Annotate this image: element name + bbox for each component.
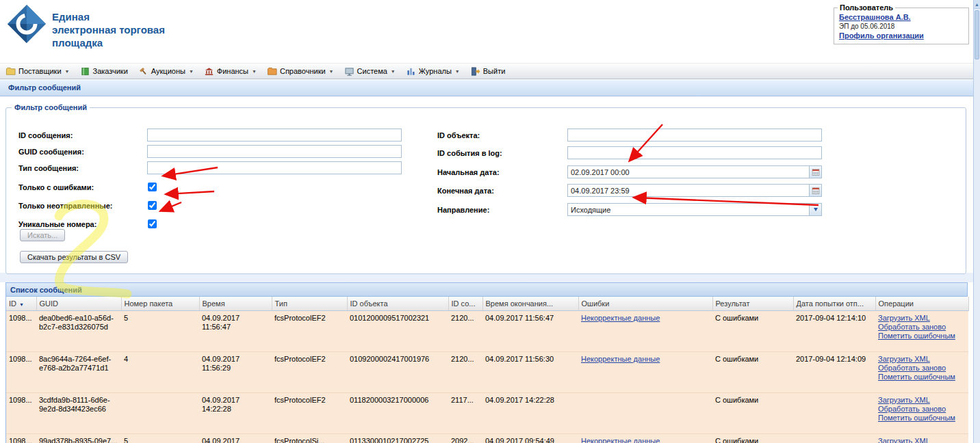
col-header-guid[interactable]: GUID	[36, 297, 121, 310]
menu-item-finance[interactable]: Финансы▼	[204, 66, 257, 77]
object-id-input[interactable]	[567, 129, 822, 142]
finance-bank-icon	[204, 66, 214, 77]
journals-bars-icon	[406, 66, 416, 77]
unique-numbers-checkbox[interactable]	[148, 219, 157, 228]
col-header-object-id[interactable]: ID объекта	[347, 297, 448, 310]
reprocess-link[interactable]: Обработать заново	[878, 364, 966, 373]
suppliers-folder-icon	[5, 66, 16, 77]
col-header-time[interactable]: Время	[199, 297, 272, 310]
field-row: Начальная дата:	[437, 165, 822, 179]
table-row[interactable]: 1098... 8ac9644a-7264-e6ef-e768-a2b2a774…	[6, 351, 968, 392]
reprocess-link[interactable]: Обработать заново	[878, 405, 966, 414]
cell-operations: Загрузить XML Обработать заново Пометить…	[875, 310, 968, 351]
cell-package	[121, 392, 199, 433]
menu-item-directories[interactable]: Справочники▼	[267, 66, 334, 77]
chevron-down-icon: ▼	[391, 69, 396, 74]
col-header-id[interactable]: ID▼	[6, 297, 36, 310]
sort-desc-icon: ▼	[19, 302, 24, 307]
user-panel: Пользователь Бесстрашнова А.В. ЭП до 05.…	[834, 3, 969, 44]
mark-erroneous-link[interactable]: Пометить ошибочным	[878, 332, 966, 340]
cell-object-id: 0109200002417001976	[347, 351, 448, 392]
message-type-input[interactable]	[147, 161, 402, 174]
mark-erroneous-link[interactable]: Пометить ошибочным	[878, 373, 966, 381]
menu-item-customers[interactable]: Заказчики	[80, 66, 128, 77]
user-name-link[interactable]: Бесстрашнова А.В.	[839, 13, 911, 21]
cell-guid: 99ad378b-8935-09e7...	[36, 433, 121, 443]
scroll-up-arrow-icon[interactable]: ▲	[974, 0, 980, 9]
download-csv-button[interactable]: Скачать результаты в CSV	[20, 251, 128, 263]
direction-combo-trigger[interactable]	[810, 203, 822, 216]
vertical-scrollbar[interactable]: ▲	[973, 0, 980, 443]
cell-result: С ошибками	[712, 433, 793, 443]
combo-arrow-icon	[814, 208, 818, 211]
col-header-type[interactable]: Тип	[272, 297, 347, 310]
log-event-id-label: ID события в log:	[437, 149, 567, 157]
cell-id: 1098...	[6, 351, 36, 392]
direction-label: Направление:	[437, 206, 567, 214]
chevron-down-icon: ▼	[329, 69, 334, 74]
calendar-icon	[812, 168, 820, 176]
field-row: Направление:	[437, 202, 822, 217]
panel-gap	[0, 273, 973, 282]
error-details-link[interactable]: Некорректные данные	[581, 437, 660, 443]
table-row[interactable]: 1098... 99ad378b-8935-09e7... 5 04.09.20…	[6, 433, 968, 443]
menu-item-suppliers[interactable]: Поставщики▼	[5, 66, 70, 77]
search-button[interactable]: Искать...	[20, 229, 65, 241]
errors-only-checkbox[interactable]	[148, 183, 157, 191]
cell-object-id: 0113300010217002725	[347, 433, 448, 443]
table-row[interactable]: 1098... 3cdfda9b-8111-6d6e-9e2d-8d34f423…	[6, 392, 968, 433]
etp-app: Единая электронная торговая площадка Пол…	[0, 0, 980, 443]
messages-table: ID▼ GUID Номер пакета Время Тип ID объек…	[6, 297, 969, 443]
cell-end-time: 04.09.2017 09:54:49	[482, 433, 578, 443]
col-header-end-time[interactable]: Время окончания...	[482, 297, 578, 310]
unsent-only-checkbox[interactable]	[148, 201, 157, 210]
col-header-package[interactable]: Номер пакета	[121, 297, 199, 310]
menu-item-auctions[interactable]: Аукционы▼	[138, 66, 194, 77]
filter-panel: Фильтр сообщений ID сообщения: GUID сооб…	[5, 103, 966, 274]
start-date-input[interactable]	[567, 165, 810, 178]
end-date-input[interactable]	[567, 184, 810, 197]
load-xml-link[interactable]: Загрузить XML	[878, 437, 966, 443]
filter-panel-legend: Фильтр сообщений	[12, 103, 90, 111]
org-profile-link[interactable]: Профиль организации	[839, 31, 924, 40]
auctions-gavel-icon	[138, 66, 149, 77]
chevron-down-icon: ▼	[189, 69, 194, 74]
cell-errors: Некорректные данные	[578, 351, 712, 392]
reprocess-link[interactable]: Обработать заново	[878, 323, 966, 332]
cell-guid: 8ac9644a-7264-e6ef-e768-a2b2a77471d1	[36, 351, 121, 392]
table-row[interactable]: 1098... dea0bed6-ea10-a56d-b2c7-e831d326…	[6, 310, 968, 351]
exit-door-icon	[470, 66, 480, 77]
cell-object-id: 0118200003217000006	[347, 392, 448, 433]
direction-combo-input[interactable]	[567, 203, 810, 216]
scrollbar-thumb[interactable]	[975, 10, 979, 59]
cell-type: fcsProtocolEF2	[272, 392, 347, 433]
start-date-calendar-button[interactable]	[810, 165, 822, 178]
col-header-attempt-date[interactable]: Дата попытки отп...	[793, 297, 875, 310]
log-event-id-input[interactable]	[567, 146, 822, 159]
message-id-input[interactable]	[147, 129, 402, 142]
col-header-event-id[interactable]: ID со...	[448, 297, 482, 310]
error-details-link[interactable]: Некорректные данные	[581, 314, 660, 322]
mark-erroneous-link[interactable]: Пометить ошибочным	[878, 414, 966, 422]
menu-item-logout[interactable]: Выйти	[470, 66, 506, 77]
menu-item-system[interactable]: Система▼	[344, 66, 396, 77]
load-xml-link[interactable]: Загрузить XML	[878, 314, 966, 323]
cell-event-id: 2092...	[448, 433, 482, 443]
cell-guid: 3cdfda9b-8111-6d6e-9e2d-8d34f423ec66	[36, 392, 121, 433]
cert-info: ЭП до 05.06.2018	[839, 22, 964, 31]
col-header-operations[interactable]: Операции	[875, 297, 968, 310]
cell-attempt-date: 2017-09-04 12:14:10	[793, 310, 875, 351]
load-xml-link[interactable]: Загрузить XML	[878, 396, 966, 405]
end-date-calendar-button[interactable]	[810, 184, 822, 197]
cell-event-id: 2120...	[448, 351, 482, 392]
load-xml-link[interactable]: Загрузить XML	[878, 355, 966, 364]
cell-time: 04.09.2017	[199, 433, 272, 443]
error-details-link[interactable]: Некорректные данные	[581, 355, 660, 363]
menu-item-journals[interactable]: Журналы▼	[406, 66, 460, 77]
col-header-result[interactable]: Результат	[712, 297, 793, 310]
cell-object-id: 0101200009517002321	[347, 310, 448, 351]
col-header-errors[interactable]: Ошибки	[578, 297, 712, 310]
message-guid-input[interactable]	[147, 145, 402, 158]
cell-operations: Загрузить XML Обработать заново Пометить…	[875, 392, 968, 433]
chevron-down-icon: ▼	[455, 69, 460, 74]
